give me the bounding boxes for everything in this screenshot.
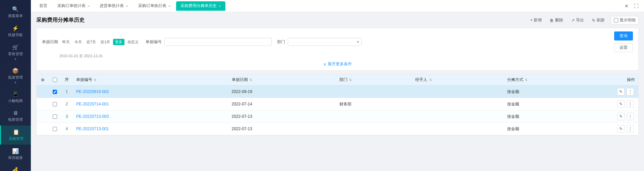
row-select-checkbox[interactable] [53,114,57,119]
row-more-button[interactable]: ⋮ [627,113,634,120]
date-btn-yesterday[interactable]: 昨天 [61,39,71,45]
col-checkbox [49,74,61,86]
delete-button[interactable]: 🗑 删除 [548,16,565,24]
expand-filter-button[interactable]: ∨ 展开更多条件 [323,61,352,67]
row-doc-no: PE-20220919-002 [73,86,228,98]
ecommerce-icon: 🖥 [13,110,18,116]
col-doc-no[interactable]: 单据编号 ⇅ [73,74,228,86]
sidebar-item-inventory[interactable]: 📊 库存核算 [0,145,31,164]
date-btn-today[interactable]: 今天 [73,39,84,45]
row-more-button[interactable]: ⋮ [627,100,634,108]
row-checkbox[interactable] [49,86,61,98]
tab-close-icon[interactable]: × [219,4,221,8]
purchase-icon: 📋 [13,129,19,135]
doc-no-link[interactable]: PE-20220713-001 [76,126,109,131]
close-window-icon[interactable]: ✕ [623,3,630,9]
row-doc-date: 2022-07-14 [228,98,336,110]
row-handler [412,98,504,110]
sidebar-item-label: 电商管理 [8,117,23,122]
row-ops: ✎ ⋮ [611,123,638,135]
table-row: 4 PE-20220713-001 2022-07-13 按金额 ✎ ⋮ [37,123,638,135]
row-select-checkbox[interactable] [53,90,57,94]
row-checkbox[interactable] [49,98,61,110]
show-cols-checkbox[interactable] [614,18,618,22]
row-edit-button[interactable]: ✎ [617,100,625,108]
tab-purchase-order-stats[interactable]: 采购订单统计表 × [53,1,94,11]
date-btn-1month[interactable]: 近1月 [99,39,112,45]
tab-close-icon[interactable]: × [88,4,90,8]
sidebar-item-label: 批发管理 [8,75,23,80]
sidebar: 🔍 搜索菜单 ⚡ 快捷导航 🛒 零售管理 ▼ 📦 批发管理 ▼ 📱 小畅电商 🖥… [0,0,31,171]
row-select-checkbox[interactable] [53,127,57,131]
row-ops: ✎ ⋮ [611,98,638,110]
tab-purchase-order-exec[interactable]: 采购订单执行表 × [134,1,175,11]
tab-bar-right: ✕ ⛶ [623,3,640,9]
dept-label: 部门 [277,39,285,45]
dept-select-wrap: 财务部 ▼ [288,38,362,46]
row-doc-no: PE-20220713-001 [73,123,228,135]
sidebar-item-label: 库存核算 [8,155,23,160]
sidebar-item-quicknav[interactable]: ⚡ 快捷导航 [0,22,31,41]
sidebar-item-label: 搜索菜单 [8,13,23,18]
doc-no-link[interactable]: PE-20220919-002 [76,89,109,94]
dept-select[interactable]: 财务部 [288,38,362,46]
col-split-method[interactable]: 分摊方式 ⇅ [504,74,611,86]
doc-no-link[interactable]: PE-20220713-003 [76,114,109,119]
col-doc-date[interactable]: 单据日期 ⇅ [228,74,336,86]
sidebar-item-retail[interactable]: 🛒 零售管理 ▼ [0,41,31,64]
sidebar-item-purchase[interactable]: 📋 采购管理 [0,125,31,145]
row-edit-button[interactable]: ✎ [617,125,625,133]
sidebar-item-search[interactable]: 🔍 搜索菜单 [0,3,31,22]
refresh-button[interactable]: ↻ 刷新 [590,16,607,24]
add-button[interactable]: + 新增 [528,16,544,24]
chevron-down-icon: ∨ [323,62,326,67]
refresh-label: 刷新 [597,17,605,23]
doc-num-label: 单据编号 [146,39,162,45]
row-edit-button[interactable]: ✎ [617,113,625,120]
doc-num-input[interactable] [164,38,272,46]
table-row: 3 PE-20220713-003 2022-07-13 按金额 ✎ ⋮ [37,110,638,123]
tab-label: 进货单统计表 [100,3,124,9]
mini-icon: 📱 [12,91,19,97]
date-btn-more[interactable]: 更多 [113,39,124,45]
row-edit-button[interactable]: ✎ [617,88,625,95]
row-checkbox[interactable] [49,123,61,135]
chevron-down-icon: ▼ [14,58,17,61]
maximize-window-icon[interactable]: ⛶ [633,3,640,9]
export-button[interactable]: ↗ 导出 [569,16,586,24]
row-gear [37,98,49,110]
doc-no-link[interactable]: PE-20220714-001 [76,102,109,106]
delete-label: 删除 [555,17,563,23]
row-more-button[interactable]: ⋮ [627,88,634,95]
show-cols-button[interactable]: 显示明细 [611,16,639,24]
quicknav-icon: ⚡ [12,25,19,31]
col-handler[interactable]: 经手人 ⇅ [412,74,504,86]
settings-button[interactable]: 设置 [614,43,633,52]
tab-purchase-cost-history[interactable]: 采购费用分摊单历史 × [176,1,225,11]
retail-icon: 🛒 [12,44,19,51]
tab-close-icon[interactable]: × [168,4,170,8]
sidebar-item-mini[interactable]: 📱 小畅电商 [0,88,31,107]
sidebar-item-finance[interactable]: 💰 资金管理 [0,164,31,171]
sidebar-item-ecommerce[interactable]: 🖥 电商管理 [0,107,31,125]
date-btn-custom[interactable]: 自定义 [126,39,140,45]
tab-import-stats[interactable]: 进货单统计表 × [95,1,132,11]
tab-close-icon[interactable]: × [126,4,128,8]
row-dept [336,86,412,98]
table-header-row: ⚙ 序 单据编号 ⇅ 单据日期 ⇅ [37,74,638,86]
sort-icon: ⇅ [250,78,252,82]
query-button[interactable]: 查询 [614,31,633,40]
row-dept: 财务部 [336,98,412,110]
tab-bar: 首页 采购订单统计表 × 进货单统计表 × 采购订单执行表 × 采购费用分摊单历… [31,0,644,12]
row-select-checkbox[interactable] [53,102,57,106]
row-checkbox[interactable] [49,110,61,123]
tab-home[interactable]: 首页 [35,1,52,11]
main-area: 首页 采购订单统计表 × 进货单统计表 × 采购订单执行表 × 采购费用分摊单历… [31,0,644,171]
col-gear[interactable]: ⚙ [37,74,49,86]
sidebar-item-wholesale[interactable]: 📦 批发管理 ▼ [0,64,31,88]
col-dept[interactable]: 部门 ⇅ [336,74,412,86]
date-btn-7days[interactable]: 近7天 [85,39,98,45]
doc-num-filter: 单据编号 [146,38,272,46]
select-all-checkbox[interactable] [53,78,57,82]
row-more-button[interactable]: ⋮ [627,125,634,133]
